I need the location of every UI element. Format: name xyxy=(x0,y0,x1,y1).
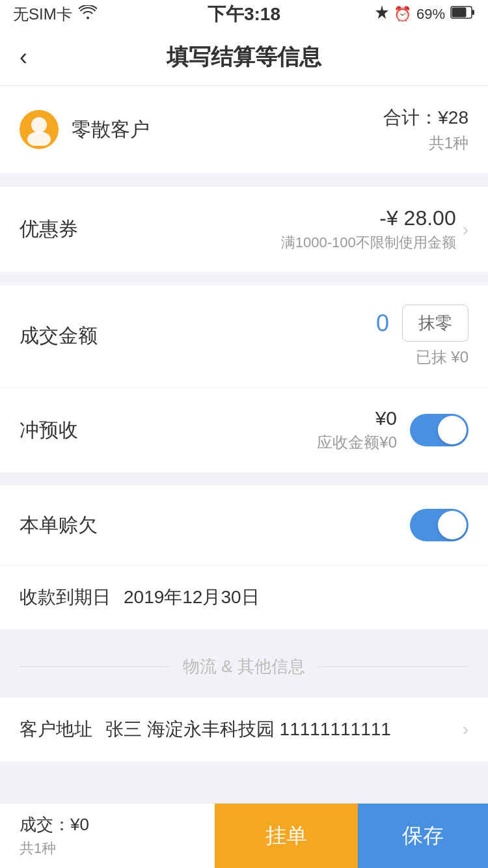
svg-point-3 xyxy=(31,117,47,133)
customer-section: 零散客户 合计：¥28 共1种 xyxy=(0,86,488,173)
coupon-right: -¥ 28.00 满1000-100不限制使用金额 › xyxy=(281,206,468,252)
save-button[interactable]: 保存 xyxy=(358,804,488,868)
prereceive-receivable: 应收金额¥0 xyxy=(317,432,397,453)
svg-rect-2 xyxy=(452,8,467,18)
transaction-right: 抹零 xyxy=(337,305,468,342)
logistics-divider: 物流 & 其他信息 xyxy=(0,642,488,691)
prereceive-amount: ¥0 xyxy=(317,407,397,429)
footer-deal-label: 成交：¥0 xyxy=(20,813,195,836)
carrier-label: 无SIM卡 xyxy=(13,4,72,25)
svg-point-4 xyxy=(27,131,51,146)
already-rounded-label: 已抹 ¥0 xyxy=(416,347,468,368)
prereceive-label: 冲预收 xyxy=(20,417,78,444)
customer-left: 零散客户 xyxy=(20,110,150,149)
logistics-label: 物流 & 其他信息 xyxy=(183,655,305,678)
transaction-row: 成交金额 抹零 已抹 ¥0 xyxy=(0,285,488,388)
footer-info: 成交：¥0 共1种 xyxy=(0,804,215,868)
divider-2 xyxy=(0,272,488,285)
status-right: ⏰ 69% xyxy=(375,5,475,23)
wifi-icon xyxy=(79,5,97,23)
duedate-row: 收款到期日 2019年12月30日 xyxy=(0,565,488,629)
status-bar: 无SIM卡 下午3:18 ⏰ 69% xyxy=(0,0,488,29)
prereceive-row: 冲预收 ¥0 应收金额¥0 xyxy=(0,388,488,472)
prereceive-toggle-knob xyxy=(438,416,467,444)
nav-bar: ‹ 填写结算等信息 xyxy=(0,29,488,86)
location-icon xyxy=(375,5,388,23)
address-value: 张三 海淀永丰科技园 11111111111 xyxy=(105,717,463,742)
debt-label: 本单赊欠 xyxy=(20,512,98,539)
round-button[interactable]: 抹零 xyxy=(402,305,468,342)
coupon-desc: 满1000-100不限制使用金额 xyxy=(281,233,456,252)
coupon-chevron-icon: › xyxy=(463,219,468,240)
transaction-label: 成交金额 xyxy=(20,323,98,349)
divider-1 xyxy=(0,173,488,186)
debt-toggle[interactable] xyxy=(410,509,468,541)
footer: 成交：¥0 共1种 挂单 保存 xyxy=(0,803,488,868)
transaction-section: 成交金额 抹零 已抹 ¥0 xyxy=(0,285,488,388)
coupon-amount: -¥ 28.00 xyxy=(281,206,456,230)
customer-count: 共1种 xyxy=(383,133,468,154)
duedate-label: 收款到期日 xyxy=(20,585,111,610)
transaction-amount-input[interactable] xyxy=(337,310,389,337)
svg-rect-1 xyxy=(472,10,474,15)
prereceive-amounts: ¥0 应收金额¥0 xyxy=(317,407,397,453)
alarm-icon: ⏰ xyxy=(394,6,411,23)
address-label: 客户地址 xyxy=(20,717,92,742)
status-left: 无SIM卡 xyxy=(13,4,97,25)
duedate-value: 2019年12月30日 xyxy=(124,585,260,610)
divider-3 xyxy=(0,472,488,485)
customer-total: 合计：¥28 xyxy=(383,105,468,130)
debt-section: 本单赊欠 xyxy=(0,485,488,565)
divider-4 xyxy=(0,629,488,642)
address-chevron-icon: › xyxy=(463,719,468,740)
debt-toggle-knob xyxy=(438,511,467,539)
hold-button[interactable]: 挂单 xyxy=(215,804,358,868)
customer-row: 零散客户 合计：¥28 共1种 xyxy=(0,86,488,173)
customer-right: 合计：¥28 共1种 xyxy=(383,105,468,154)
page-title: 填写结算等信息 xyxy=(167,42,321,72)
status-time: 下午3:18 xyxy=(208,4,280,24)
battery-icon xyxy=(450,6,475,23)
customer-avatar xyxy=(20,110,59,149)
prereceive-right: ¥0 应收金额¥0 xyxy=(317,407,468,453)
coupon-row[interactable]: 优惠券 -¥ 28.00 满1000-100不限制使用金额 › xyxy=(0,186,488,272)
address-row[interactable]: 客户地址 张三 海淀永丰科技园 11111111111 › xyxy=(0,698,488,761)
coupon-label: 优惠券 xyxy=(20,216,78,243)
coupon-info: -¥ 28.00 满1000-100不限制使用金额 xyxy=(281,206,456,252)
divider-5 xyxy=(0,691,488,698)
main-content: 零散客户 合计：¥28 共1种 优惠券 -¥ 28.00 满1000-100不限… xyxy=(0,86,488,868)
back-button[interactable]: ‹ xyxy=(20,44,27,71)
logistics-line-right xyxy=(318,666,468,667)
battery-percent: 69% xyxy=(416,6,445,23)
logistics-line-left xyxy=(20,666,170,667)
prereceive-toggle[interactable] xyxy=(410,414,468,446)
footer-count: 共1种 xyxy=(20,839,195,858)
customer-name: 零散客户 xyxy=(72,116,150,143)
